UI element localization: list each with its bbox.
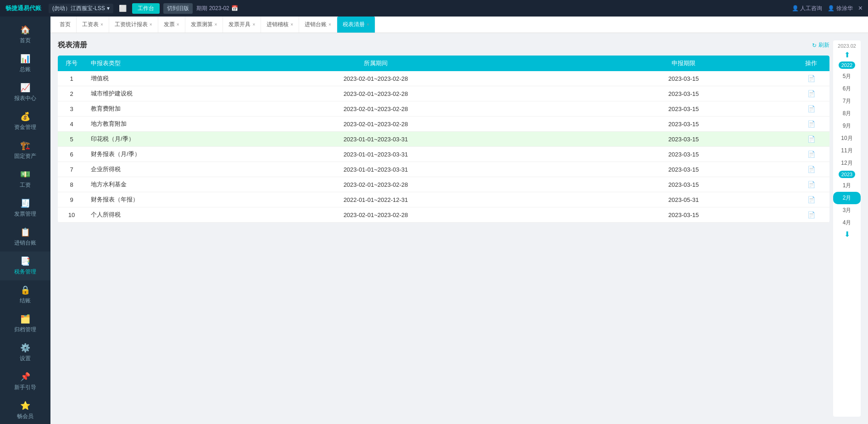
- company-selector[interactable]: (勿动）江西服宝-LSS ▾: [49, 4, 113, 13]
- cal-month-11[interactable]: 11月: [833, 145, 861, 157]
- cell-action: 📄: [793, 132, 829, 147]
- table-row: 2 城市维护建设税 2023-02-01~2023-02-28 2023-03-…: [58, 86, 829, 101]
- sidebar-item-invoice[interactable]: 🧾 发票管理: [0, 194, 50, 223]
- col-type: 申报表类型: [85, 56, 177, 71]
- action-icon[interactable]: 📄: [807, 166, 815, 173]
- cell-period: 2023-02-01~2023-02-28: [177, 117, 574, 132]
- cal-year-2022[interactable]: 2022: [839, 61, 855, 69]
- tab-invoice[interactable]: 发票 ×: [158, 17, 185, 33]
- action-icon[interactable]: 📄: [807, 196, 815, 203]
- cell-no: 1: [58, 71, 85, 86]
- sidebar-item-report[interactable]: 📈 报表中心: [0, 78, 50, 107]
- page-title: 税表清册: [58, 40, 87, 50]
- user-profile[interactable]: 👤 徐涂华: [828, 5, 852, 12]
- sidebar-item-guide[interactable]: 📌 新手引导: [0, 367, 50, 396]
- sidebar-label-invoice: 发票管理: [14, 210, 36, 218]
- refresh-button[interactable]: ↻ 刷新: [812, 41, 829, 49]
- sidebar-item-payroll[interactable]: 💵 工资: [0, 165, 50, 194]
- cal-month-8[interactable]: 8月: [833, 107, 861, 120]
- cal-month-2-active[interactable]: 2月: [833, 192, 861, 204]
- cal-down-icon[interactable]: ⬇: [843, 229, 851, 240]
- cell-action: 📄: [793, 117, 829, 132]
- sidebar-item-settings[interactable]: ⚙️ 设置: [0, 338, 50, 367]
- main-layout: 🏠 首页 📊 总账 📈 报表中心 💰 资金管理 🏗️ 固定资产 💵 工资 🧾 发…: [0, 17, 868, 424]
- table-row: 10 个人所得税 2023-02-01~2023-02-28 2023-03-1…: [58, 207, 829, 223]
- cal-month-4[interactable]: 4月: [833, 217, 861, 229]
- sidebar-label-home: 首页: [20, 37, 31, 45]
- cell-no: 4: [58, 117, 85, 132]
- cal-month-10[interactable]: 10月: [833, 132, 861, 145]
- cell-type: 印花税（月/季）: [85, 132, 177, 147]
- cal-year-2023[interactable]: 2023: [839, 171, 855, 178]
- action-icon[interactable]: 📄: [807, 135, 815, 143]
- sidebar-label-report: 报表中心: [14, 95, 36, 102]
- sidebar-item-home[interactable]: 🏠 首页: [0, 20, 50, 49]
- action-icon[interactable]: 📄: [807, 181, 815, 188]
- action-icon[interactable]: 📄: [807, 90, 815, 97]
- tab-close-invoice-calc[interactable]: ×: [215, 22, 217, 27]
- close-period-icon: 🔒: [20, 285, 30, 295]
- cell-deadline: 2023-03-15: [574, 71, 793, 86]
- cal-up-icon[interactable]: ⬆: [843, 50, 851, 60]
- tab-close-sales-ledger[interactable]: ×: [328, 22, 331, 27]
- company-name: (勿动）江西服宝-LSS: [52, 5, 105, 12]
- cell-no: 9: [58, 192, 85, 207]
- action-icon[interactable]: 📄: [807, 120, 815, 128]
- cell-type: 财务报表（月/季）: [85, 147, 177, 162]
- tab-close-payroll-stat[interactable]: ×: [150, 22, 152, 27]
- tab-invoice-calc[interactable]: 发票测算 ×: [185, 17, 223, 33]
- cell-period: 2023-02-01~2023-02-28: [177, 177, 574, 192]
- sidebar-item-member[interactable]: ⭐ 畅会员: [0, 396, 50, 424]
- sidebar-item-asset[interactable]: 🏗️ 固定资产: [0, 136, 50, 165]
- copy-icon[interactable]: ⬜: [117, 4, 128, 13]
- sidebar-item-sales[interactable]: 📋 进销台账: [0, 223, 50, 251]
- person-icon: 👤: [792, 5, 799, 11]
- period-display: 期期 2023-02 📅: [196, 5, 238, 12]
- sidebar-item-fund[interactable]: 💰 资金管理: [0, 107, 50, 136]
- tab-invoice-open[interactable]: 发票开具 ×: [223, 17, 261, 33]
- workbench-button[interactable]: 工作台: [132, 3, 160, 14]
- cal-month-6[interactable]: 6月: [833, 83, 861, 95]
- cal-month-1[interactable]: 1月: [833, 179, 861, 192]
- tab-sales-ledger[interactable]: 进销台账 ×: [299, 17, 337, 33]
- tab-payroll-stat[interactable]: 工资统计报表 ×: [109, 17, 158, 33]
- payroll-icon: 💵: [20, 169, 30, 179]
- tab-home[interactable]: 首页: [54, 17, 77, 33]
- table-row: 7 企业所得税 2023-01-01~2023-03-31 2023-03-15…: [58, 162, 829, 177]
- content-area: 首页 工资表 × 工资统计报表 × 发票 × 发票测算 × 发票开具 ×: [50, 17, 868, 424]
- sidebar-label-asset: 固定资产: [14, 152, 36, 160]
- cell-type: 个人所得税: [85, 207, 177, 223]
- tab-close-tax-register[interactable]: ×: [367, 22, 369, 27]
- sidebar-label-close: 结账: [20, 297, 31, 305]
- cal-month-12[interactable]: 12月: [833, 157, 861, 169]
- sidebar-item-close[interactable]: 🔒 结账: [0, 280, 50, 309]
- cell-action: 📄: [793, 162, 829, 177]
- cell-no: 2: [58, 86, 85, 101]
- tab-purchase-audit[interactable]: 进销稽核 ×: [261, 17, 299, 33]
- tab-close-purchase-audit[interactable]: ×: [290, 22, 293, 27]
- action-icon[interactable]: 📄: [807, 105, 815, 112]
- action-icon[interactable]: 📄: [807, 75, 815, 82]
- sidebar-item-tax[interactable]: 📑 税务管理: [0, 251, 50, 280]
- cell-period: 2023-01-01~2023-03-31: [177, 162, 574, 177]
- switch-old-button[interactable]: 切到旧版: [163, 3, 193, 14]
- tab-close-payroll[interactable]: ×: [100, 22, 103, 27]
- cell-no: 3: [58, 101, 85, 117]
- tab-close-invoice-open[interactable]: ×: [252, 22, 255, 27]
- action-icon[interactable]: 📄: [807, 211, 815, 218]
- action-icon[interactable]: 📄: [807, 151, 815, 158]
- cell-action: 📄: [793, 207, 829, 223]
- ai-consult[interactable]: 👤 人工咨询: [792, 5, 822, 12]
- cal-month-3[interactable]: 3月: [833, 204, 861, 217]
- cal-month-7[interactable]: 7月: [833, 95, 861, 107]
- calendar-icon[interactable]: 📅: [231, 5, 238, 11]
- sidebar-label-fund: 资金管理: [14, 123, 36, 131]
- tab-close-invoice[interactable]: ×: [177, 22, 179, 27]
- sidebar-item-archive[interactable]: 🗂️ 归档管理: [0, 309, 50, 338]
- tab-payroll[interactable]: 工资表 ×: [77, 17, 109, 33]
- tab-tax-register[interactable]: 税表清册 ×: [337, 17, 375, 33]
- top-close-button[interactable]: ×: [858, 4, 862, 12]
- cal-month-9[interactable]: 9月: [833, 120, 861, 132]
- sidebar-item-ledger[interactable]: 📊 总账: [0, 49, 50, 78]
- cal-month-5[interactable]: 5月: [833, 70, 861, 83]
